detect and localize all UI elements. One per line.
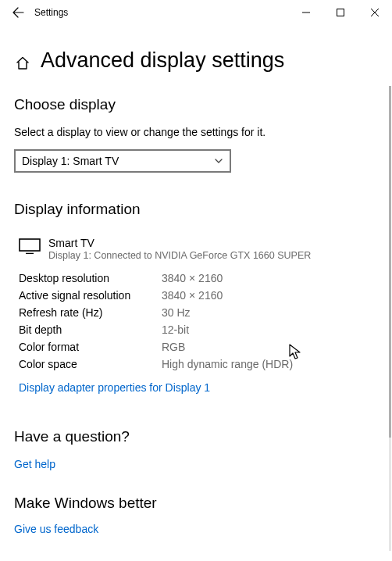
display-adapter-properties-link[interactable]: Display adapter properties for Display 1 [14, 381, 210, 394]
chevron-down-icon [214, 156, 223, 166]
maximize-button[interactable] [323, 1, 358, 24]
info-value: RGB [162, 341, 185, 353]
info-label: Active signal resolution [19, 289, 162, 302]
display-selector-value: Display 1: Smart TV [22, 155, 119, 167]
display-information-section: Display information Smart TV Display 1: … [14, 201, 378, 413]
device-name: Smart TV [48, 237, 311, 249]
close-button[interactable] [358, 1, 392, 24]
info-label: Desktop resolution [19, 272, 162, 284]
make-windows-better-heading: Make Windows better [14, 495, 378, 512]
info-value: 3840 × 2160 [162, 289, 223, 302]
page-title: Advanced display settings [41, 48, 284, 73]
device-connection: Display 1: Connected to NVIDIA GeForce G… [48, 250, 311, 261]
arrow-left-icon [12, 6, 24, 19]
choose-display-section: Choose display Select a display to view … [14, 96, 378, 173]
info-label: Refresh rate (Hz) [19, 306, 162, 319]
home-icon [15, 55, 30, 71]
minimize-button[interactable] [289, 1, 323, 24]
svg-rect-1 [20, 239, 40, 251]
info-value: High dynamic range (HDR) [162, 358, 293, 370]
make-windows-better-section: Make Windows better Give us feedback [14, 495, 378, 536]
choose-display-description: Select a display to view or change the s… [14, 126, 378, 138]
info-row: Active signal resolution3840 × 2160 [19, 289, 378, 302]
back-button[interactable] [5, 0, 31, 25]
have-a-question-heading: Have a question? [14, 428, 378, 445]
info-value: 3840 × 2160 [162, 272, 223, 284]
svg-rect-0 [337, 9, 344, 16]
content-area: Advanced display settings Choose display… [0, 25, 392, 536]
have-a-question-section: Have a question? Get help [14, 428, 378, 471]
monitor-icon [19, 238, 41, 254]
get-help-link[interactable]: Get help [14, 458, 55, 470]
home-button[interactable] [14, 55, 31, 72]
give-us-feedback-link[interactable]: Give us feedback [14, 523, 98, 535]
info-row: Color formatRGB [19, 341, 378, 353]
maximize-icon [337, 9, 344, 16]
info-label: Color space [19, 358, 162, 370]
info-label: Bit depth [19, 323, 162, 336]
info-row: Desktop resolution3840 × 2160 [19, 272, 378, 284]
info-label: Color format [19, 341, 162, 353]
close-icon [371, 9, 379, 16]
display-information-heading: Display information [14, 201, 378, 218]
info-row: Refresh rate (Hz)30 Hz [19, 306, 378, 319]
page-header: Advanced display settings [14, 48, 378, 73]
scrollbar-thumb[interactable] [389, 86, 391, 438]
display-info-list: Desktop resolution3840 × 2160 Active sig… [14, 272, 378, 370]
info-row: Bit depth12-bit [19, 323, 378, 336]
info-value: 12-bit [162, 323, 189, 336]
choose-display-heading: Choose display [14, 96, 378, 113]
window-controls [289, 1, 392, 24]
display-selector-dropdown[interactable]: Display 1: Smart TV [14, 149, 231, 173]
minimize-icon [302, 9, 310, 16]
app-title: Settings [31, 7, 289, 18]
titlebar: Settings [0, 0, 392, 25]
info-row: Color spaceHigh dynamic range (HDR) [19, 358, 378, 370]
device-summary: Smart TV Display 1: Connected to NVIDIA … [14, 237, 378, 261]
info-value: 30 Hz [162, 306, 191, 319]
